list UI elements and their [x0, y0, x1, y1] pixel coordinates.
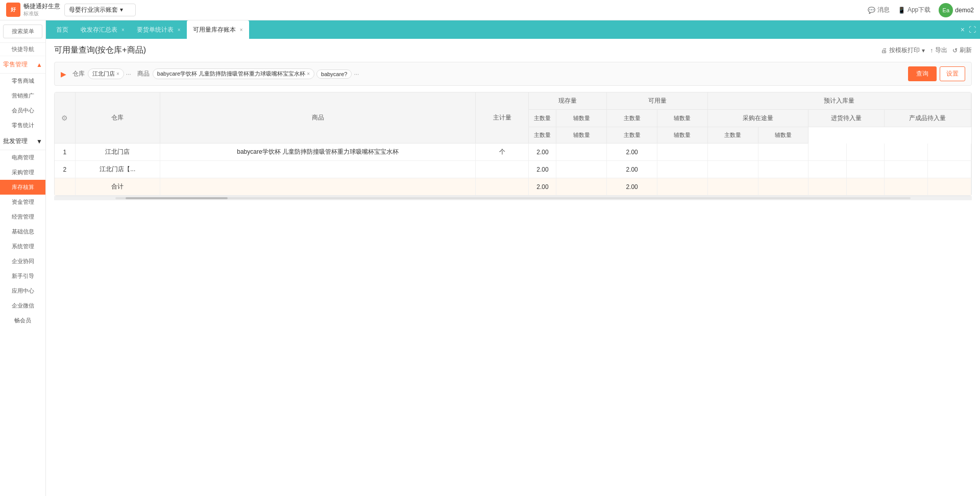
sidebar-item-retail-stats[interactable]: 零售统计	[0, 118, 45, 133]
sidebar-item-finance[interactable]: 资金管理	[0, 195, 45, 209]
th-prod-aux: 辅数量	[758, 127, 808, 144]
th-planned-in: 预计入库量	[707, 92, 971, 110]
template-print-btn[interactable]: 🖨 按模板打印 ▾	[881, 46, 925, 55]
tab-available-inventory-label: 可用量库存账本	[193, 26, 236, 34]
sidebar-item-marketing[interactable]: 营销推广	[0, 88, 45, 103]
scrollbar-track	[115, 197, 911, 199]
tab-order-stats[interactable]: 要货单统计表 ×	[131, 20, 187, 39]
table-footer: 合计 2.00 2.00	[55, 178, 971, 196]
table-row: 1 江北门店 babycare学饮杯 儿童防摔防撞吸管杯重力球吸嘴杯宝宝水杯 个…	[55, 144, 971, 161]
wholesale-arrow: ▼	[36, 138, 42, 145]
export-btn[interactable]: ↑ 导出	[930, 46, 947, 55]
industry-label: 母婴行业演示账套	[69, 6, 118, 14]
avatar-text: Ea	[943, 7, 949, 13]
sidebar-item-appstore[interactable]: 应用中心	[0, 284, 45, 298]
footer-empty-1	[55, 178, 75, 196]
footer-inc-main	[808, 178, 846, 196]
sidebar-item-wechat[interactable]: 企业微信	[0, 298, 45, 313]
th-available: 可用量	[607, 92, 708, 110]
th-pur-transit-main: 主数量	[529, 127, 556, 144]
product-tag-text: babycare学饮杯 儿童防摔防撞吸管杯重力球吸嘴杯宝宝水杯	[157, 70, 305, 78]
th-main-unit: 主计量	[476, 92, 529, 144]
footer-prod-main	[884, 178, 927, 196]
sidebar-group-wholesale-header[interactable]: 批发管理 ▼	[0, 133, 45, 150]
page-header-actions: 🖨 按模板打印 ▾ ↑ 导出 ↺ 刷新	[881, 46, 972, 55]
product-tags: babycare学饮杯 儿童防摔防撞吸管杯重力球吸嘴杯宝宝水杯 × babyca…	[153, 68, 359, 79]
tab-bar-right: × ⛶	[961, 26, 976, 34]
row1-stock-aux	[556, 144, 607, 161]
row1-prod-main	[884, 144, 927, 161]
th-pur-transit: 采购在途量	[707, 110, 808, 127]
tab-fullscreen-icon[interactable]: ⛶	[969, 26, 976, 34]
footer-inc-aux	[846, 178, 884, 196]
sidebar-item-enterprise[interactable]: 企业协同	[0, 254, 45, 269]
footer-stock-main: 2.00	[529, 178, 556, 196]
sidebar-item-basic[interactable]: 基础信息	[0, 224, 45, 239]
setting-button[interactable]: 设置	[940, 66, 965, 81]
row1-pur-aux	[758, 144, 808, 161]
warehouse-filter-group: 仓库 江北门店 × ···	[72, 68, 131, 79]
logo-name: 畅捷通好生意	[23, 3, 60, 10]
th-current-stock: 现存量	[529, 92, 607, 110]
row1-prod-aux	[927, 144, 971, 161]
tab-home[interactable]: 首页	[50, 20, 75, 39]
sidebar-item-purchase[interactable]: 采购管理	[0, 165, 45, 180]
warehouse-dots[interactable]: ···	[126, 70, 131, 78]
sidebar-item-inventory[interactable]: 库存核算	[0, 180, 45, 195]
tab-order-stats-close[interactable]: ×	[178, 27, 181, 33]
sidebar-quick-nav[interactable]: 快捷导航	[0, 43, 45, 56]
row2-unit	[476, 161, 529, 178]
sidebar-group-wholesale: 批发管理 ▼	[0, 133, 45, 150]
row1-product: babycare学饮杯 儿童防摔防撞吸管杯重力球吸嘴杯宝宝水杯	[160, 144, 476, 161]
sidebar: 搜索菜单 快捷导航 零售管理 ▲ 零售商城 营销推广 会员中心 零售统计 批发管…	[0, 20, 46, 496]
scrollbar-thumb[interactable]	[126, 197, 228, 199]
th-product: 商品	[160, 92, 476, 144]
th-incoming-main: 主数量	[607, 127, 657, 144]
footer-avail-main: 2.00	[607, 178, 657, 196]
logo: 好 畅捷通好生意 标准版	[6, 3, 60, 17]
message-btn[interactable]: 💬 消息	[868, 6, 890, 14]
row2-warehouse: 江北门店【...	[75, 161, 160, 178]
query-button[interactable]: 查询	[908, 66, 937, 81]
sidebar-item-member2[interactable]: 畅会员	[0, 313, 45, 328]
sidebar-item-newbie[interactable]: 新手引导	[0, 269, 45, 284]
refresh-icon: ↺	[952, 47, 958, 54]
user-name: demo2	[955, 7, 974, 14]
row2-stock-aux	[556, 161, 607, 178]
tab-available-inventory[interactable]: 可用量库存账本 ×	[187, 20, 249, 39]
user-profile[interactable]: Ea demo2	[939, 3, 974, 17]
row2-stock-main: 2.00	[529, 161, 556, 178]
sidebar-item-retail-mall[interactable]: 零售商城	[0, 74, 45, 88]
product-dots[interactable]: ···	[354, 70, 359, 78]
product-tag-close-1[interactable]: ×	[307, 71, 310, 77]
app-download-label: App下载	[908, 6, 930, 14]
tab-available-inventory-close[interactable]: ×	[240, 27, 243, 33]
industry-selector[interactable]: 母婴行业演示账套 ▾	[64, 4, 136, 16]
sidebar-item-ecommerce[interactable]: 电商管理	[0, 150, 45, 165]
row2-index: 2	[55, 161, 75, 178]
filter-expand-btn[interactable]: ▶	[61, 70, 66, 78]
warehouse-tag-jiangbei: 江北门店 ×	[88, 68, 124, 79]
row2-prod-aux	[927, 161, 971, 178]
footer-empty-2	[160, 178, 476, 196]
row2-pur-main	[707, 161, 758, 178]
horizontal-scrollbar[interactable]	[54, 196, 972, 200]
sidebar-item-system[interactable]: 系统管理	[0, 239, 45, 254]
refresh-btn[interactable]: ↺ 刷新	[952, 46, 972, 55]
tab-receive-pay-close[interactable]: ×	[121, 27, 125, 33]
warehouse-tag-close[interactable]: ×	[116, 71, 119, 77]
gear-icon[interactable]: ⚙	[61, 114, 68, 122]
sidebar-group-retail-header[interactable]: 零售管理 ▲	[0, 56, 45, 73]
tab-close-all-icon[interactable]: ×	[961, 26, 965, 34]
search-menu-btn[interactable]: 搜索菜单	[3, 25, 42, 38]
footer-label: 合计	[75, 178, 160, 196]
sidebar-item-member[interactable]: 会员中心	[0, 103, 45, 118]
row2-inc-aux	[846, 161, 884, 178]
th-warehouse: 仓库	[75, 92, 160, 144]
sidebar-item-operation[interactable]: 经营管理	[0, 209, 45, 224]
row1-unit: 个	[476, 144, 529, 161]
tab-receive-pay[interactable]: 收发存汇总表 ×	[75, 20, 131, 39]
app-download-btn[interactable]: 📱 App下载	[898, 6, 930, 14]
th-production: 产成品待入量	[884, 110, 971, 127]
row2-product	[160, 161, 476, 178]
